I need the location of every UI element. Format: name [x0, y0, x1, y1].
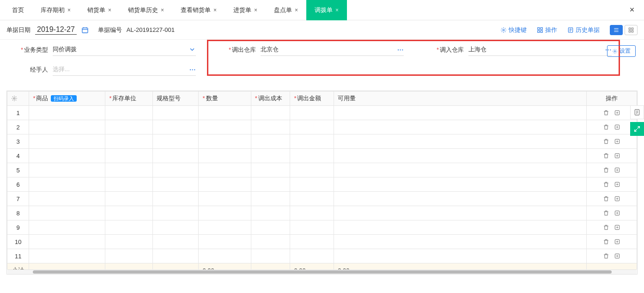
svg-rect-7 [629, 28, 631, 30]
expand-icon[interactable] [630, 122, 644, 136]
add-row-icon[interactable] [614, 210, 620, 216]
table-row[interactable]: 3 [7, 134, 637, 149]
table-row[interactable]: 11 [7, 249, 637, 263]
svg-point-11 [614, 50, 616, 52]
side-toolbar [630, 105, 644, 136]
close-icon[interactable]: × [108, 7, 111, 13]
tab-transfer[interactable]: 调拨单× [306, 0, 347, 20]
line-items-table: *商品扫码录入 *库存单位 规格型号 *数量 *调出成本 *调出金额 可用量 操… [6, 91, 638, 275]
view-list-icon[interactable] [610, 25, 623, 35]
close-icon[interactable]: × [295, 7, 298, 13]
biz-type-select[interactable]: 同价调拨 [53, 43, 196, 56]
doc-no-label: 单据编号 [98, 26, 122, 34]
delete-row-icon[interactable] [603, 195, 609, 202]
gear-icon[interactable] [11, 95, 25, 102]
tab-stocktake[interactable]: 盘点单× [266, 0, 306, 20]
add-row-icon[interactable] [614, 224, 620, 231]
calendar-icon[interactable] [81, 26, 89, 34]
table-row[interactable]: 5 [7, 163, 637, 177]
close-icon[interactable]: × [335, 7, 339, 13]
add-row-icon[interactable] [614, 153, 620, 159]
svg-point-12 [13, 98, 15, 99]
form-area: 设置 *业务类型 同价调拨 *调出仓库 北京仓 ··· *调入仓库 上海仓 ··… [0, 40, 644, 86]
subtotal-row: 小计 0.00 0.00 0.00 [7, 263, 637, 270]
add-row-icon[interactable] [614, 167, 620, 173]
svg-rect-4 [538, 31, 540, 32]
delete-row-icon[interactable] [603, 138, 609, 145]
delete-row-icon[interactable] [603, 110, 609, 116]
more-icon[interactable]: ··· [397, 46, 404, 53]
view-mode-toggle [610, 25, 638, 35]
out-warehouse-select[interactable]: 北京仓 ··· [261, 43, 404, 56]
svg-rect-3 [541, 27, 542, 29]
svg-rect-9 [629, 31, 631, 32]
close-all-icon[interactable]: × [624, 5, 640, 15]
history-button[interactable]: 历史单据 [565, 26, 602, 34]
delete-row-icon[interactable] [603, 238, 609, 245]
tab-inventory-init[interactable]: 库存期初× [32, 0, 79, 20]
close-icon[interactable]: × [254, 7, 257, 13]
delete-row-icon[interactable] [603, 124, 609, 130]
tab-bar: 首页 库存期初× 销货单× 销货单历史× 查看销货单× 进货单× 盘点单× 调拨… [0, 0, 644, 20]
delete-row-icon[interactable] [603, 153, 609, 159]
table-row[interactable]: 8 [7, 206, 637, 220]
delete-row-icon[interactable] [603, 253, 609, 259]
scan-button[interactable]: 扫码录入 [51, 95, 77, 102]
delete-row-icon[interactable] [603, 224, 609, 231]
tab-view-sales[interactable]: 查看销货单× [172, 0, 225, 20]
add-row-icon[interactable] [614, 195, 620, 202]
tab-sales-order[interactable]: 销货单× [79, 0, 120, 20]
delete-row-icon[interactable] [603, 210, 609, 216]
svg-rect-2 [538, 27, 540, 29]
table-row[interactable]: 6 [7, 177, 637, 192]
close-icon[interactable]: × [67, 7, 71, 13]
shortcut-button[interactable]: 快捷键 [498, 26, 529, 34]
svg-rect-0 [82, 28, 88, 33]
view-grid-icon[interactable] [625, 25, 638, 35]
ops-button[interactable]: 操作 [534, 26, 560, 34]
doc-header: 单据日期 2019-12-27 单据编号 AL-20191227-001 快捷键… [0, 20, 644, 40]
svg-rect-10 [632, 31, 633, 32]
table-header-row: *商品扫码录入 *库存单位 规格型号 *数量 *调出成本 *调出金额 可用量 操… [7, 92, 637, 106]
biz-type-field: *业务类型 同价调拨 [6, 43, 196, 56]
tab-home[interactable]: 首页 [4, 0, 32, 20]
handler-select[interactable]: 选择... ··· [53, 63, 196, 76]
add-row-icon[interactable] [614, 253, 620, 259]
table-row[interactable]: 7 [7, 192, 637, 206]
add-row-icon[interactable] [614, 238, 620, 245]
date-input[interactable]: 2019-12-27 [35, 25, 77, 35]
delete-row-icon[interactable] [603, 167, 609, 173]
more-icon[interactable]: ··· [189, 66, 196, 73]
notes-icon[interactable] [630, 105, 644, 119]
chevron-down-icon [188, 46, 196, 53]
delete-row-icon[interactable] [603, 181, 609, 188]
out-warehouse-field: *调出仓库 北京仓 ··· [214, 43, 404, 56]
table-row[interactable]: 2 [7, 120, 637, 134]
add-row-icon[interactable] [614, 124, 620, 130]
date-label: 单据日期 [6, 26, 30, 34]
table-row[interactable]: 9 [7, 220, 637, 235]
doc-no-value: AL-20191227-001 [127, 26, 175, 33]
in-warehouse-field: *调入仓库 上海仓 ··· [422, 43, 612, 56]
svg-rect-8 [632, 28, 633, 30]
tab-purchase[interactable]: 进货单× [225, 0, 266, 20]
tab-sales-history[interactable]: 销货单历史× [120, 0, 172, 20]
close-icon[interactable]: × [213, 7, 217, 13]
add-row-icon[interactable] [614, 138, 620, 145]
in-warehouse-select[interactable]: 上海仓 ··· [468, 43, 612, 56]
table-row[interactable]: 4 [7, 149, 637, 163]
horizontal-scrollbar[interactable] [7, 269, 637, 274]
handler-field: 经手人 选择... ··· [6, 63, 196, 76]
svg-rect-5 [541, 31, 542, 32]
add-row-icon[interactable] [614, 181, 620, 188]
close-icon[interactable]: × [161, 7, 164, 13]
svg-point-1 [503, 29, 504, 31]
table-row[interactable]: 10 [7, 235, 637, 249]
settings-button[interactable]: 设置 [607, 45, 636, 57]
add-row-icon[interactable] [614, 110, 620, 116]
table-row[interactable]: 1 [7, 106, 637, 120]
